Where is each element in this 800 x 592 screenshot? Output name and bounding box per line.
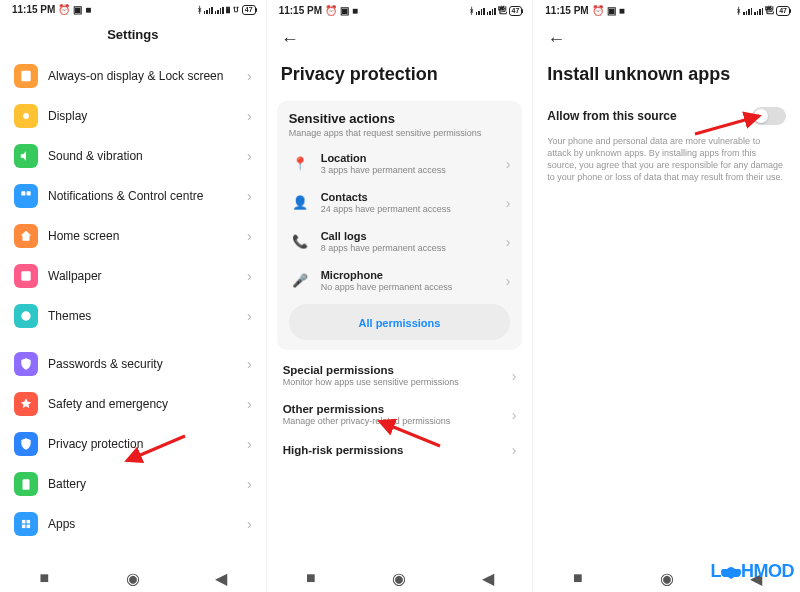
item-safety[interactable]: Safety and emergency› (10, 384, 256, 424)
settings-list[interactable]: Always-on display & Lock screen› Display… (0, 56, 266, 562)
chevron-right-icon: › (247, 436, 252, 452)
status-bar: 11:15 PM ⏰ ▣ ■ ᚼ ⾿ 47 (267, 0, 533, 19)
chevron-right-icon: › (512, 407, 517, 423)
back-button[interactable]: ← (547, 25, 565, 54)
nav-recents[interactable]: ■ (36, 570, 52, 586)
chevron-right-icon: › (247, 516, 252, 532)
warning-text: Your phone and personal data are more vu… (543, 131, 790, 184)
bluetooth-icon: ᚼ (469, 6, 474, 16)
privacy-content[interactable]: Sensitive actions Manage apps that reque… (267, 95, 533, 562)
section-high-risk-permissions[interactable]: High-risk permissions› (277, 434, 523, 466)
nav-recents[interactable]: ■ (303, 570, 319, 586)
signal-icon-2 (754, 7, 763, 15)
watermark: LHMOD (710, 561, 794, 582)
chevron-right-icon: › (247, 476, 252, 492)
header: ← Privacy protection (267, 19, 533, 95)
contacts-icon: 👤 (289, 195, 311, 210)
page-title: Install unknown apps (547, 54, 786, 85)
nav-back[interactable]: ◀ (480, 570, 496, 586)
item-sound[interactable]: Sound & vibration› (10, 136, 256, 176)
chevron-right-icon: › (512, 442, 517, 458)
nav-home[interactable]: ◉ (125, 570, 141, 586)
signal-icon-2 (487, 7, 496, 15)
svg-rect-6 (23, 479, 30, 490)
perm-location[interactable]: 📍Location3 apps have permanent access› (289, 144, 511, 183)
section-other-permissions[interactable]: Other permissionsManage other privacy-re… (277, 395, 523, 434)
square-icon: ■ (85, 4, 91, 15)
control-icon (14, 184, 38, 208)
record-icon: ▣ (607, 5, 616, 16)
chevron-right-icon: › (247, 108, 252, 124)
item-home-screen[interactable]: Home screen› (10, 216, 256, 256)
nav-home[interactable]: ◉ (391, 570, 407, 586)
status-bar: 11:15 PM ⏰ ▣ ■ ᚼ �ប 47 (0, 0, 266, 17)
allow-source-toggle[interactable] (752, 107, 786, 125)
section-special-permissions[interactable]: Special permissionsMonitor how apps use … (277, 356, 523, 395)
nav-recents[interactable]: ■ (570, 570, 586, 586)
square-icon: ■ (619, 5, 625, 16)
all-permissions-button[interactable]: All permissions (289, 304, 511, 340)
alarm-icon: ⏰ (592, 5, 604, 16)
install-content: Allow from this source Your phone and pe… (533, 95, 800, 562)
signal-icon-1 (743, 7, 752, 15)
alarm-icon: ⏰ (325, 5, 337, 16)
header: Settings (0, 17, 266, 56)
status-bar: 11:15 PM ⏰ ▣ ■ ᚼ ⾿ 47 (533, 0, 800, 19)
location-icon: 📍 (289, 156, 311, 171)
square-icon: ■ (352, 5, 358, 16)
alarm-icon: ⏰ (58, 4, 70, 15)
nav-home[interactable]: ◉ (659, 570, 675, 586)
status-time: 11:15 PM (545, 5, 588, 16)
chevron-right-icon: › (506, 195, 511, 211)
item-always-on-display[interactable]: Always-on display & Lock screen› (10, 56, 256, 96)
chevron-right-icon: › (247, 228, 252, 244)
svg-rect-2 (21, 191, 25, 195)
apps-icon (14, 512, 38, 536)
perm-call-logs[interactable]: 📞Call logs8 apps have permanent access› (289, 222, 511, 261)
svg-point-1 (23, 113, 29, 119)
themes-icon (14, 304, 38, 328)
chevron-right-icon: › (512, 368, 517, 384)
chevron-right-icon: › (506, 234, 511, 250)
item-wallpaper[interactable]: Wallpaper› (10, 256, 256, 296)
wifi-icon: ⾿ (765, 4, 774, 17)
battery-item-icon (14, 472, 38, 496)
chevron-right-icon: › (247, 68, 252, 84)
item-apps[interactable]: Apps› (10, 504, 256, 544)
perm-contacts[interactable]: 👤Contacts24 apps have permanent access› (289, 183, 511, 222)
perm-microphone[interactable]: 🎤MicrophoneNo apps have permanent access… (289, 261, 511, 300)
page-title: Settings (14, 23, 252, 46)
item-display[interactable]: Display› (10, 96, 256, 136)
battery-icon: 47 (776, 6, 790, 16)
microphone-icon: 🎤 (289, 273, 311, 288)
svg-rect-10 (27, 525, 30, 529)
nav-bar: ■ ◉ ◀ (0, 562, 266, 592)
svg-rect-3 (27, 191, 31, 195)
nav-bar: ■ ◉ ◀ (267, 562, 533, 592)
bluetooth-icon: ᚼ (736, 6, 741, 16)
chevron-right-icon: › (506, 156, 511, 172)
item-themes[interactable]: Themes› (10, 296, 256, 336)
shield-icon (14, 352, 38, 376)
item-battery[interactable]: Battery› (10, 464, 256, 504)
speaker-icon (14, 144, 38, 168)
nav-back[interactable]: ◀ (213, 570, 229, 586)
card-sub: Manage apps that request sensitive permi… (289, 128, 511, 138)
chevron-right-icon: › (247, 308, 252, 324)
card-title: Sensitive actions (289, 111, 511, 126)
chevron-right-icon: › (247, 396, 252, 412)
svg-rect-8 (27, 520, 30, 524)
item-privacy-protection[interactable]: Privacy protection› (10, 424, 256, 464)
allow-source-row[interactable]: Allow from this source (543, 95, 790, 131)
wallpaper-icon (14, 264, 38, 288)
back-button[interactable]: ← (281, 25, 299, 54)
item-notifications[interactable]: Notifications & Control centre› (10, 176, 256, 216)
display-lock-icon (14, 64, 38, 88)
emergency-icon (14, 392, 38, 416)
status-time: 11:15 PM (12, 4, 55, 15)
sun-icon (14, 104, 38, 128)
signal-icon-1 (476, 7, 485, 15)
chevron-right-icon: › (506, 273, 511, 289)
record-icon: ▣ (340, 5, 349, 16)
item-passwords[interactable]: Passwords & security› (10, 344, 256, 384)
